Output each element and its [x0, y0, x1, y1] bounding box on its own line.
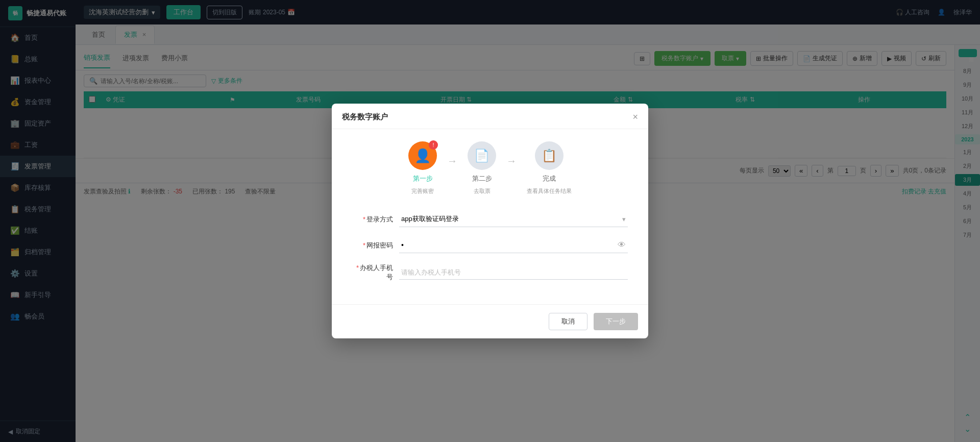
cancel-button[interactable]: 取消 — [549, 313, 587, 330]
step-1-label: 第一步 — [413, 174, 433, 183]
steps-indicator: 👤 ! 第一步 完善账密 → 📄 第二步 去取票 — [352, 141, 628, 195]
step-3-sublabel: 查看具体任务结果 — [527, 187, 572, 195]
login-method-value: app获取验证码登录 — [401, 214, 459, 224]
step-1-icon-wrap: 👤 ! — [408, 141, 437, 170]
step-arrow-2: → — [506, 155, 517, 181]
next-step-button[interactable]: 下一步 — [594, 313, 638, 330]
password-label: 网报密码 — [352, 241, 393, 250]
step-1-icon: 👤 — [414, 148, 431, 164]
form-row-phone: 办税人手机号 — [352, 263, 628, 282]
step-2: 📄 第二步 去取票 — [468, 141, 496, 195]
step-1-badge: ! — [429, 140, 438, 150]
step-3-label: 完成 — [543, 174, 556, 183]
phone-input[interactable] — [399, 265, 628, 280]
step-3-icon-wrap: 📋 — [535, 141, 564, 170]
dialog-title: 税务数字账户 — [342, 112, 388, 122]
step-3-icon: 📋 — [542, 149, 557, 163]
eye-icon[interactable]: 👁 — [618, 240, 626, 250]
tax-digital-dialog: 税务数字账户 × 👤 ! 第一步 完善账密 → — [332, 104, 648, 338]
dialog-footer: 取消 下一步 — [332, 304, 648, 338]
password-input[interactable] — [401, 241, 618, 249]
password-field-wrap: 👁 — [399, 237, 628, 253]
step-3: 📋 完成 查看具体任务结果 — [527, 141, 572, 195]
step-2-icon: 📄 — [474, 149, 489, 163]
dialog-header: 税务数字账户 × — [332, 104, 648, 129]
step-2-icon-wrap: 📄 — [468, 141, 496, 170]
form-row-login-method: 登录方式 app获取验证码登录 ▾ — [352, 211, 628, 227]
step-2-sublabel: 去取票 — [474, 187, 491, 195]
step-2-label: 第二步 — [472, 174, 492, 183]
step-arrow-1: → — [447, 155, 457, 181]
login-method-label: 登录方式 — [352, 215, 393, 224]
form-row-password: 网报密码 👁 — [352, 237, 628, 253]
dialog-body: 👤 ! 第一步 完善账密 → 📄 第二步 去取票 — [332, 129, 648, 304]
dialog-close-button[interactable]: × — [632, 112, 638, 122]
modal-overlay: 税务数字账户 × 👤 ! 第一步 完善账密 → — [0, 0, 980, 442]
chevron-down-icon: ▾ — [622, 215, 626, 223]
login-method-select[interactable]: app获取验证码登录 ▾ — [399, 211, 628, 227]
step-1: 👤 ! 第一步 完善账密 — [408, 141, 437, 195]
phone-label: 办税人手机号 — [352, 263, 393, 282]
step-1-sublabel: 完善账密 — [411, 187, 434, 195]
